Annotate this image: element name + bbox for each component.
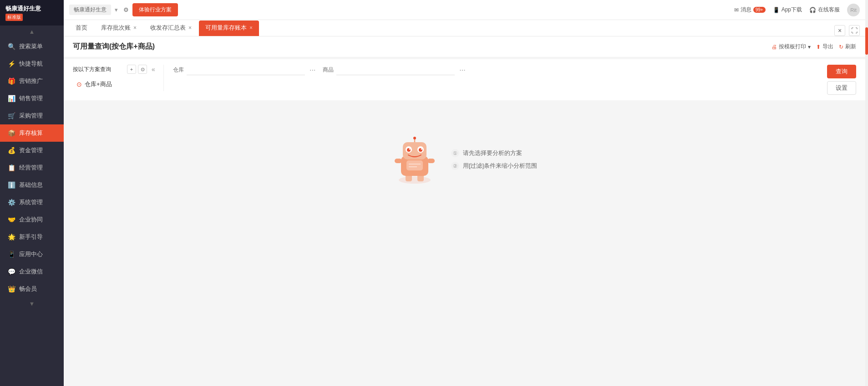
sidebar-item-label: 基础信息 <box>19 181 43 189</box>
sidebar-item-member[interactable]: 👑 畅会员 <box>0 280 64 298</box>
tab-available-ledger[interactable]: 可用量库存账本 × <box>199 21 259 36</box>
tab-receipt-summary[interactable]: 收发存汇总表 × <box>144 21 198 36</box>
right-scrollbar[interactable] <box>865 0 868 386</box>
sidebar-item-label: 搜索菜单 <box>19 42 43 51</box>
page-header: 可用量查询(按仓库+商品) 🖨 按模板打印 ▾ ⬆ 导出 ↻ 刷新 <box>64 36 865 57</box>
filter-field-goods: 商品 ··· <box>323 65 467 75</box>
scheme-item-warehouse-goods[interactable]: ⊙ 仓库+商品 <box>73 77 158 91</box>
warehouse-input[interactable] <box>187 65 305 75</box>
sidebar-item-system[interactable]: ⚙️ 系统管理 <box>0 194 64 211</box>
topbar: 畅康通好生意 ▾ ⚙ 体验行业方案 ✉ 消息 99+ 📱 App下载 🎧 在线客… <box>64 0 865 20</box>
sidebar-scroll-up[interactable]: ▲ <box>0 26 64 38</box>
filter-settings-button[interactable]: 设置 <box>827 81 856 95</box>
hint-2-num: ② <box>451 162 459 170</box>
sidebar: 畅康通好生意 标准版 ▲ 🔍 搜索菜单 ⚡ 快捷导航 🎁 营销推广 📊 销售管理… <box>0 0 64 386</box>
settings-scheme-button[interactable]: ⊙ <box>138 65 147 74</box>
sidebar-item-label: 资金管理 <box>19 146 43 154</box>
app-download-button[interactable]: 📱 App下载 <box>773 6 802 14</box>
message-badge: 99+ <box>753 7 766 13</box>
sidebar-scroll-down[interactable]: ▼ <box>0 298 64 310</box>
newbie-icon: 🌟 <box>7 233 15 241</box>
export-icon: ⬆ <box>816 44 821 50</box>
collapse-icon: « <box>152 66 155 73</box>
window-close-button[interactable]: × <box>834 25 845 36</box>
sidebar-item-label: 库存核算 <box>19 129 43 137</box>
goods-label: 商品 <box>323 66 334 74</box>
member-icon: 👑 <box>7 285 15 293</box>
message-label: 消息 <box>741 6 751 14</box>
marketing-icon: 🎁 <box>7 77 15 85</box>
trial-button[interactable]: 体验行业方案 <box>132 3 178 16</box>
breadcrumb-dropdown[interactable]: ▾ <box>113 5 120 15</box>
enterprise-icon: 🤝 <box>7 216 15 223</box>
print-dropdown-icon[interactable]: ▾ <box>808 44 811 50</box>
tab-home[interactable]: 首页 <box>69 21 94 36</box>
finance-icon: 💰 <box>7 147 15 154</box>
query-button[interactable]: 查询 <box>827 65 856 78</box>
tab-available-ledger-close[interactable]: × <box>249 25 253 31</box>
page-content: 可用量查询(按仓库+商品) 🖨 按模板打印 ▾ ⬆ 导出 ↻ 刷新 <box>64 36 865 386</box>
search-icon: 🔍 <box>7 43 15 50</box>
add-icon: + <box>130 67 133 72</box>
page-header-actions: 🖨 按模板打印 ▾ ⬆ 导出 ↻ 刷新 <box>772 43 856 51</box>
empty-hint-2: ② 用[过滤]条件来缩小分析范围 <box>451 162 537 170</box>
sidebar-item-finance[interactable]: 💰 资金管理 <box>0 142 64 159</box>
scrollbar-thumb[interactable] <box>865 27 868 55</box>
tab-batch-ledger[interactable]: 库存批次账 × <box>95 21 143 36</box>
export-button[interactable]: ⬆ 导出 <box>816 43 833 51</box>
goods-dots-button[interactable]: ··· <box>457 66 467 74</box>
sidebar-item-purchase[interactable]: 🛒 采购管理 <box>0 107 64 124</box>
refresh-button[interactable]: ↻ 刷新 <box>839 43 856 51</box>
empty-state: ① 请先选择要分析的方案 ② 用[过滤]条件来缩小分析范围 <box>64 100 865 219</box>
tab-batch-ledger-label: 库存批次账 <box>101 24 131 32</box>
tab-receipt-summary-close[interactable]: × <box>188 25 192 31</box>
warehouse-label: 仓库 <box>173 66 184 74</box>
tab-available-ledger-label: 可用量库存账本 <box>205 24 247 32</box>
topbar-gear-icon[interactable]: ⚙ <box>122 5 131 15</box>
filter-scheme-header: 按以下方案查询 + ⊙ « <box>73 65 158 74</box>
sidebar-item-shortcut[interactable]: ⚡ 快捷导航 <box>0 55 64 72</box>
sidebar-item-apps[interactable]: 📱 应用中心 <box>0 246 64 263</box>
sidebar-item-enterprise[interactable]: 🤝 企业协同 <box>0 211 64 228</box>
filter-field-warehouse: 仓库 ··· <box>173 65 317 75</box>
goods-input[interactable] <box>336 65 455 75</box>
logo-badge: 标准版 <box>5 14 23 21</box>
sidebar-item-label: 系统管理 <box>19 198 43 206</box>
sidebar-item-label: 企业微信 <box>19 268 43 276</box>
sidebar-item-inventory[interactable]: 📦 库存核算 <box>0 124 64 142</box>
sidebar-item-basic[interactable]: ℹ️ 基础信息 <box>0 176 64 194</box>
sidebar-item-label: 销售管理 <box>19 94 43 103</box>
svg-point-10 <box>421 149 422 150</box>
app-download-label: App下载 <box>782 6 802 14</box>
customer-service-button[interactable]: 🎧 在线客服 <box>809 6 840 14</box>
warehouse-dots-button[interactable]: ··· <box>308 66 317 74</box>
sidebar-item-sales[interactable]: 📊 销售管理 <box>0 90 64 107</box>
sidebar-item-operation[interactable]: 📋 经营管理 <box>0 159 64 176</box>
page-title: 可用量查询(按仓库+商品) <box>73 42 155 51</box>
user-avatar[interactable]: Rit <box>847 4 860 16</box>
tab-batch-ledger-close[interactable]: × <box>133 25 137 31</box>
sidebar-item-newbie[interactable]: 🌟 新手引导 <box>0 228 64 246</box>
sidebar-item-label: 新手引导 <box>19 233 43 241</box>
sidebar-item-label: 快捷导航 <box>19 60 43 68</box>
filter-fields: 仓库 ··· 商品 ··· <box>164 65 822 75</box>
scheme-item-icon: ⊙ <box>76 81 82 88</box>
sidebar-logo: 畅康通好生意 标准版 <box>0 0 64 26</box>
scheme-label: 按以下方案查询 <box>73 66 111 73</box>
scheme-item-label: 仓库+商品 <box>85 80 112 88</box>
print-button[interactable]: 🖨 按模板打印 ▾ <box>772 43 811 51</box>
sidebar-item-marketing[interactable]: 🎁 营销推广 <box>0 72 64 90</box>
window-expand-button[interactable]: ⛶ <box>849 25 860 36</box>
sidebar-item-search[interactable]: 🔍 搜索菜单 <box>0 38 64 55</box>
export-label: 导出 <box>822 43 833 51</box>
window-expand-icon: ⛶ <box>851 27 858 34</box>
operation-icon: 📋 <box>7 164 15 171</box>
wechat-icon: 💬 <box>7 268 15 275</box>
collapse-scheme-button[interactable]: « <box>149 65 158 74</box>
print-icon: 🖨 <box>772 44 777 50</box>
basic-icon: ℹ️ <box>7 181 15 189</box>
sidebar-item-label: 采购管理 <box>19 112 43 120</box>
message-button[interactable]: ✉ 消息 99+ <box>734 6 766 14</box>
sidebar-item-wechat[interactable]: 💬 企业微信 <box>0 263 64 280</box>
add-scheme-button[interactable]: + <box>127 65 136 74</box>
